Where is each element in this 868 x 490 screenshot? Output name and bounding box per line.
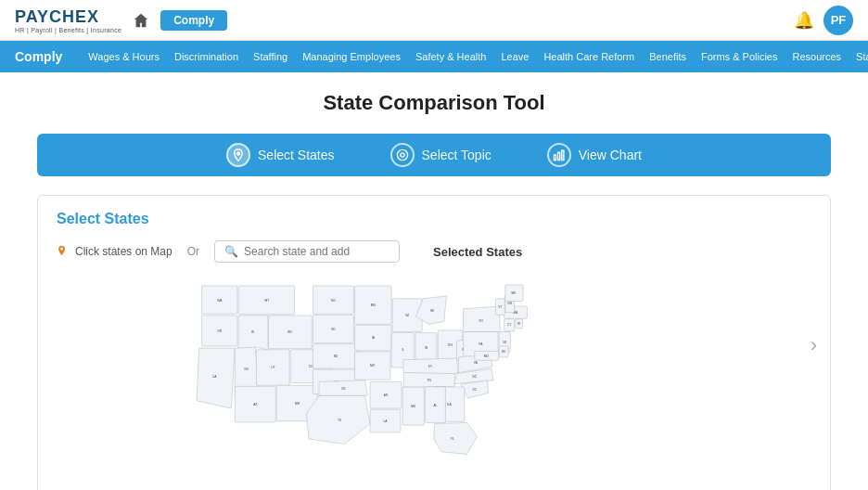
svg-rect-17 xyxy=(238,286,295,315)
logo-text: PAYCHEX xyxy=(15,7,121,27)
nav-leave[interactable]: Leave xyxy=(493,41,536,72)
state-ia[interactable]: IA xyxy=(355,325,392,351)
state-ca[interactable]: CA xyxy=(197,348,235,408)
state-az[interactable]: AZ xyxy=(235,386,275,422)
nav-links: Wages & Hours Discrimination Staffing Ma… xyxy=(81,41,868,72)
header-right: 🔔 PF xyxy=(794,6,853,35)
svg-marker-79 xyxy=(434,422,478,454)
state-de[interactable]: DE xyxy=(499,346,508,357)
svg-rect-4 xyxy=(554,155,555,161)
search-icon: 🔍 xyxy=(224,245,238,258)
state-md[interactable]: MD xyxy=(475,351,499,360)
click-states-label: Click states on Map xyxy=(57,245,172,258)
state-mo[interactable]: MO xyxy=(355,352,391,380)
svg-rect-77 xyxy=(425,387,445,423)
svg-rect-7 xyxy=(202,286,238,314)
svg-marker-11 xyxy=(197,348,235,408)
comply-nav-button[interactable]: Comply xyxy=(160,10,227,31)
state-ky[interactable]: KY xyxy=(403,358,458,374)
state-mn[interactable]: MN xyxy=(355,286,392,324)
svg-rect-39 xyxy=(355,325,392,351)
nav-managing-employees[interactable]: Managing Employees xyxy=(295,41,408,72)
svg-rect-9 xyxy=(202,316,238,346)
avatar[interactable]: PF xyxy=(823,6,853,35)
svg-point-3 xyxy=(400,153,403,157)
svg-rect-91 xyxy=(504,319,515,331)
svg-marker-83 xyxy=(464,306,501,332)
state-ri[interactable]: RI xyxy=(516,319,523,329)
svg-marker-15 xyxy=(238,316,268,350)
page-title: State Comparison Tool xyxy=(37,91,831,115)
main-content: State Comparison Tool Select States Sele… xyxy=(0,72,868,490)
state-ar[interactable]: AR xyxy=(370,381,402,408)
state-me[interactable]: ME xyxy=(505,285,523,302)
nav-safety-health[interactable]: Safety & Health xyxy=(408,41,493,72)
state-tn[interactable]: TN xyxy=(403,373,454,387)
state-wy[interactable]: WY xyxy=(269,316,313,349)
state-ne[interactable]: NE xyxy=(313,344,359,368)
state-ct[interactable]: CT xyxy=(504,319,515,331)
svg-rect-19 xyxy=(269,316,313,349)
step-view-chart-icon xyxy=(547,143,571,167)
svg-rect-97 xyxy=(495,299,504,316)
svg-point-2 xyxy=(397,149,407,160)
state-wa[interactable]: WA xyxy=(202,286,238,314)
svg-rect-5 xyxy=(557,152,559,160)
svg-marker-53 xyxy=(306,395,370,444)
step-select-states-icon xyxy=(226,143,250,167)
state-or[interactable]: OR xyxy=(202,316,238,346)
state-ut[interactable]: UT xyxy=(256,350,289,386)
nav-bar: Comply Wages & Hours Discrimination Staf… xyxy=(0,41,868,72)
svg-rect-101 xyxy=(505,285,523,302)
step-select-states[interactable]: Select States xyxy=(226,143,335,167)
step-view-chart[interactable]: View Chart xyxy=(547,143,642,167)
search-input[interactable] xyxy=(244,245,389,258)
panel-title: Select States xyxy=(57,211,811,227)
nav-discrimination[interactable]: Discrimination xyxy=(167,41,246,72)
state-vt[interactable]: VT xyxy=(495,299,504,316)
nav-benefits[interactable]: Benefits xyxy=(642,41,694,72)
nav-forms-policies[interactable]: Forms & Policies xyxy=(694,41,785,72)
nav-wages-hours[interactable]: Wages & Hours xyxy=(81,41,167,72)
next-arrow-icon[interactable]: › xyxy=(811,333,817,357)
or-text: Or xyxy=(187,245,199,258)
svg-rect-63 xyxy=(403,373,454,387)
svg-rect-33 xyxy=(313,344,359,368)
nav-health-care-reform[interactable]: Health Care Reform xyxy=(536,41,642,72)
controls-row: Click states on Map Or 🔍 Selected States xyxy=(57,240,811,263)
logo-sub: HR | Payroll | Benefits | Insurance xyxy=(15,27,121,33)
svg-point-1 xyxy=(236,151,240,155)
svg-rect-25 xyxy=(235,386,275,422)
step-select-topic[interactable]: Select Topic xyxy=(390,143,491,167)
header-left: PAYCHEX HR | Payroll | Benefits | Insura… xyxy=(15,7,227,33)
svg-rect-41 xyxy=(355,352,391,380)
notification-bell-icon[interactable]: 🔔 xyxy=(794,10,814,31)
svg-rect-57 xyxy=(370,381,402,408)
state-al[interactable]: AL xyxy=(425,387,445,423)
svg-rect-93 xyxy=(516,319,523,329)
svg-rect-21 xyxy=(256,350,289,386)
state-fl[interactable]: FL xyxy=(434,422,478,454)
svg-rect-29 xyxy=(313,286,353,314)
state-ny[interactable]: NY xyxy=(464,306,501,332)
home-button[interactable] xyxy=(133,12,149,29)
nav-state-laws[interactable]: State Laws xyxy=(849,41,868,72)
map-area: WA OR CA NV xyxy=(57,276,811,480)
state-nd[interactable]: ND xyxy=(313,286,353,314)
nav-staffing[interactable]: Staffing xyxy=(246,41,295,72)
svg-marker-55 xyxy=(319,380,367,396)
state-mt[interactable]: MT xyxy=(238,286,295,315)
state-ok[interactable]: OK xyxy=(319,380,367,396)
state-la[interactable]: LA xyxy=(370,409,401,432)
step-view-chart-label: View Chart xyxy=(579,148,642,162)
svg-rect-6 xyxy=(562,150,564,161)
us-map[interactable]: WA OR CA NV xyxy=(57,276,663,480)
state-ms[interactable]: MS xyxy=(402,387,424,425)
map-container: WA OR CA NV xyxy=(57,276,663,480)
state-sd[interactable]: SD xyxy=(313,315,353,342)
search-box: 🔍 xyxy=(214,240,400,263)
state-tx[interactable]: TX xyxy=(306,395,370,444)
state-id[interactable]: ID xyxy=(238,316,268,350)
nav-resources[interactable]: Resources xyxy=(785,41,849,72)
svg-rect-87 xyxy=(499,346,508,357)
